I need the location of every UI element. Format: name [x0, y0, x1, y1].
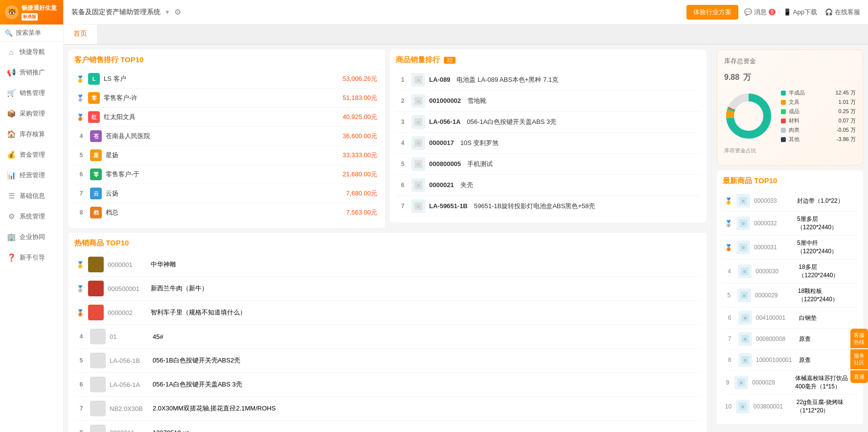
svg-text:G: G [741, 405, 744, 408]
content-area: 客户销售排行 TOP10 🥇 L LS 客户 53,006.26元🥈 零 零售客… [64, 45, 868, 432]
community-btn[interactable]: 服务社区 [850, 349, 868, 369]
service-btn[interactable]: 🎧 在线客服 [825, 8, 860, 17]
logo-badge: 标准版 [22, 13, 38, 21]
product-thumbnail: G [738, 264, 752, 278]
hot-products-card: 热销商品 TOP10 🥇 0000001 中华神雕🥈 000500001 新西兰… [69, 233, 707, 432]
medal-icon: 🥈 [725, 220, 732, 227]
medal-icon: 🥈 [76, 285, 84, 292]
sidebar-item-corporate[interactable]: 🏢 企业协同 [0, 227, 63, 247]
customer-value: 21,680.00元 [343, 170, 377, 179]
headset-icon: 🎧 [825, 8, 833, 16]
customer-value: 51,183.00元 [343, 94, 377, 102]
search-icon: 🔍 [5, 29, 13, 37]
hot-product-row: 🥇 0000001 中华神雕 [74, 253, 701, 277]
operations-icon: 📊 [7, 171, 16, 180]
product-rank-row: 7 G LA-59651-1B 59651-1B旋转投影灯电池盒ABS黑色+58… [396, 196, 701, 216]
hotline-btn[interactable]: 客服热线 [850, 329, 868, 349]
app-download-btn[interactable]: 📱 App下载 [783, 8, 817, 17]
product-code: 000800008 [756, 336, 795, 342]
sidebar-item-operations[interactable]: 📊 经营管理 [0, 165, 63, 186]
rank-number: 6 [76, 381, 86, 388]
svg-text:G: G [417, 99, 420, 103]
medal-icon: 🥇 [76, 75, 84, 83]
rank-number: 3 [398, 119, 408, 125]
legend-dot [781, 91, 786, 96]
new-product-row: 10 G 003800001 22g鱼豆腐-烧烤味（1*12*20） [723, 395, 857, 418]
product-rank-row: 3 G LA-056-1A 056-1A白色按键开关盖ABS 3壳 [396, 112, 701, 133]
product-thumbnail: G [411, 115, 425, 129]
svg-text:G: G [417, 120, 420, 124]
sidebar-item-purchase[interactable]: 📦 采购管理 [0, 103, 63, 124]
legend-dot [781, 128, 786, 133]
product-ranking-badge: 22 [444, 57, 456, 64]
sidebar-item-inventory[interactable]: 🏠 库存核算 [0, 124, 63, 144]
product-ranking-col: 商品销量排行 22 1 G LA-089 电池盖 LA-089 ABS本色+黑种… [390, 49, 707, 233]
medal-icon: 🥈 [76, 95, 84, 102]
product-code: 0000002 [108, 309, 147, 316]
legend-name: 材料 [789, 117, 836, 124]
sidebar-item-label-basic: 基础信息 [20, 192, 45, 200]
dropdown-icon[interactable]: ▼ [164, 9, 170, 16]
product-thumbnail: G [411, 136, 425, 150]
live-btn[interactable]: 直播 [850, 370, 868, 383]
sidebar-item-label-system: 系统管理 [20, 212, 45, 221]
product-rank-row: 2 G 001000002 雪地靴 [396, 91, 701, 112]
gear-icon[interactable]: ⚙ [174, 7, 181, 17]
hot-product-row: 4 01 45# [74, 325, 701, 349]
trial-button[interactable]: 体验行业方案 [686, 5, 738, 20]
legend-value: 0.25 万 [839, 108, 856, 115]
legend-item: 其他 -3.86 万 [781, 135, 856, 144]
product-ranking-card: 商品销量排行 22 1 G LA-089 电池盖 LA-089 ABS本色+黑种… [390, 49, 707, 222]
rank-number: 7 [76, 190, 86, 197]
product-image [88, 257, 104, 272]
legend-name: 文具 [789, 98, 836, 106]
sidebar-item-finance[interactable]: 💰 资金管理 [0, 144, 63, 165]
svg-text:G: G [742, 199, 745, 203]
customer-avatar: 苍 [90, 130, 102, 142]
sidebar-item-basic[interactable]: ☰ 基础信息 [0, 186, 63, 206]
product-name: LA-089 电池盖 LA-089 ABS本色+黑种 7.1克 [429, 75, 699, 84]
customer-name: 红太阳文具 [104, 113, 339, 121]
rank-number: 2 [398, 97, 408, 104]
customer-name: 档总 [106, 208, 342, 217]
rank-number: 4 [725, 268, 734, 275]
system-icon: ⚙ [7, 212, 16, 221]
product-code: 01 [110, 333, 149, 340]
new-product-row: 4 G 0000030 18多层（1220*2440） [723, 260, 857, 284]
hot-products-list: 🥇 0000001 中华神雕🥈 000500001 新西兰牛肉（新牛）🥉 000… [74, 253, 701, 432]
sales-rank-row: 🥉 红 红太阳文具 40,925.00元 [74, 108, 379, 127]
customer-avatar: 零 [90, 168, 102, 180]
sidebar-item-sales[interactable]: 🛒 销售管理 [0, 83, 63, 103]
product-image [90, 425, 106, 432]
new-product-row: 6 G 004100001 白钢垫 [723, 308, 857, 329]
legend-item: 成品 0.25 万 [781, 107, 856, 116]
product-thumbnail: G [411, 199, 425, 213]
sidebar-item-label-marketing: 营销推广 [20, 68, 45, 77]
newest-products-list: 🥇 G 0000033 封边带（1.0*22）🥈 G 0000032 5厘多层（… [723, 191, 857, 418]
tab-home[interactable]: 首页 [64, 24, 97, 44]
sidebar-search[interactable]: 🔍 搜索菜单 [0, 24, 63, 42]
sidebar-item-guide[interactable]: ❓ 新手引导 [0, 247, 63, 268]
product-code: 000500001 [108, 285, 147, 292]
sidebar-item-label-operations: 经营管理 [20, 171, 45, 180]
legend-item: 材料 0.07 万 [781, 116, 856, 125]
product-name: 新西兰牛肉（新牛） [151, 284, 208, 293]
rank-number: 6 [76, 171, 86, 178]
legend-name: 半成品 [789, 89, 832, 96]
product-name: LA-056-1A 056-1A白色按键开关盖ABS 3壳 [429, 118, 699, 126]
customer-name: 零售客户-许 [104, 94, 339, 102]
svg-text:G: G [417, 162, 420, 167]
customer-name: LS 客户 [104, 74, 339, 83]
sales-rank-row: 4 苍 苍南县人民医院 36,600.00元 [74, 127, 379, 146]
sales-rank-row: 🥈 零 零售客户-许 51,183.00元 [74, 89, 379, 108]
message-btn[interactable]: 💬 消息 6 [744, 8, 776, 17]
sidebar-item-label-purchase: 采购管理 [20, 109, 45, 118]
product-thumbnail: G [736, 240, 750, 254]
sidebar-item-marketing[interactable]: 📢 营销推广 [0, 62, 63, 83]
sidebar-item-system[interactable]: ⚙ 系统管理 [0, 206, 63, 227]
sidebar-item-home-nav[interactable]: ⌂ 快捷导航 [0, 42, 63, 62]
legend-value: -0.05 万 [837, 126, 856, 134]
svg-text:G: G [742, 222, 745, 225]
product-name: 18多层（1220*2440） [799, 263, 855, 280]
message-label: 消息 [754, 8, 767, 17]
